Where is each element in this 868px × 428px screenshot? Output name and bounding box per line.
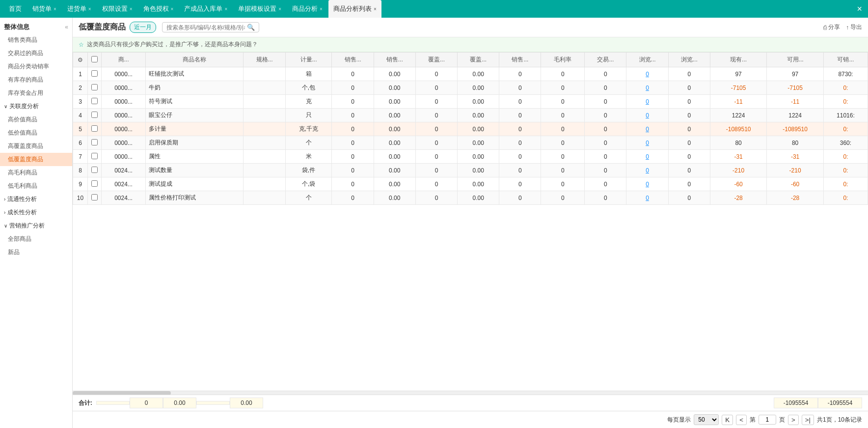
row-checkbox[interactable] (91, 98, 98, 104)
cell-checkbox[interactable] (88, 95, 102, 109)
nav-tab-product-analysis[interactable]: 商品分析 × (287, 0, 327, 18)
browse-link[interactable]: 0 (646, 181, 649, 188)
browse-link[interactable]: 0 (646, 153, 649, 160)
cell-browse1[interactable]: 0 (626, 81, 668, 95)
close-icon[interactable]: × (88, 6, 91, 12)
nav-tab-purchase[interactable]: 进货单 × (62, 0, 96, 18)
cell-current-stock: -31 (710, 150, 766, 164)
cell-browse1[interactable]: 0 (626, 136, 668, 150)
sidebar-item-in-stock[interactable]: 有库存的商品 (0, 73, 72, 86)
export-button[interactable]: ↑ 导出 (846, 23, 862, 31)
cell-code: 0000... (102, 150, 146, 164)
nav-tab-sales[interactable]: 销货单 × (27, 0, 61, 18)
nav-tab-production[interactable]: 产成品入库单 × (179, 0, 232, 18)
cell-available-stock: -31 (767, 150, 823, 164)
select-all-checkbox[interactable] (91, 56, 98, 62)
cell-checkbox[interactable] (88, 81, 102, 95)
close-icon[interactable]: × (224, 6, 227, 12)
column-current-stock: 现有... (710, 53, 766, 67)
next-page-button[interactable]: > (788, 415, 799, 425)
browse-link[interactable]: 0 (646, 98, 649, 105)
row-checkbox[interactable] (91, 180, 98, 187)
cell-current-stock: -210 (710, 164, 766, 177)
close-icon[interactable]: × (130, 6, 133, 12)
row-checkbox[interactable] (91, 112, 98, 118)
nav-tab-home[interactable]: 首页 (4, 0, 27, 18)
sidebar-item-high-coverage[interactable]: 高覆盖度商品 (0, 140, 72, 153)
row-checkbox[interactable] (91, 139, 98, 145)
close-all-button[interactable]: × (855, 2, 864, 16)
cell-checkbox[interactable] (88, 177, 102, 191)
nav-tab-roles[interactable]: 角色授权 × (138, 0, 179, 18)
cell-browse1[interactable]: 0 (626, 191, 668, 205)
sidebar-item-low-value[interactable]: 低价值商品 (0, 126, 72, 140)
close-icon[interactable]: × (320, 6, 323, 12)
sidebar-group-circulation[interactable]: › 流通性分析 (0, 193, 72, 206)
cell-checkbox[interactable] (88, 67, 102, 81)
sidebar-group-marketing[interactable]: ∨ 营销推广分析 (0, 219, 72, 232)
row-checkbox[interactable] (91, 84, 98, 90)
period-button[interactable]: 近一月 (130, 22, 156, 33)
row-checkbox[interactable] (91, 167, 98, 173)
sidebar-item-category-turnover[interactable]: 商品分类动销率 (0, 60, 72, 73)
cell-browse1[interactable]: 0 (626, 164, 668, 177)
horizontal-scrollbar[interactable] (73, 391, 868, 395)
browse-link[interactable]: 0 (646, 71, 649, 78)
cell-browse1[interactable]: 0 (626, 109, 668, 122)
share-button[interactable]: ⎙ 分享 (823, 23, 840, 31)
sidebar-item-low-margin[interactable]: 低毛利商品 (0, 179, 72, 193)
nav-tab-product-analysis-list[interactable]: 商品分析列表 × (328, 0, 381, 18)
cell-checkbox[interactable] (88, 136, 102, 150)
column-settings[interactable]: ⚙ (73, 53, 88, 67)
sidebar-group-association[interactable]: ∨ 关联度分析 (0, 100, 72, 113)
cell-checkbox[interactable] (88, 164, 102, 177)
sidebar-item-all-goods[interactable]: 全部商品 (0, 232, 72, 246)
sidebar-item-high-value[interactable]: 高价值商品 (0, 113, 72, 126)
close-icon[interactable]: × (54, 6, 56, 12)
first-page-button[interactable]: K (722, 415, 733, 425)
row-checkbox[interactable] (91, 153, 98, 159)
cell-checkbox[interactable] (88, 150, 102, 164)
cell-browse1[interactable]: 0 (626, 67, 668, 81)
current-page-input[interactable] (759, 415, 776, 425)
search-input[interactable] (166, 24, 245, 31)
last-page-button[interactable]: >| (802, 415, 814, 425)
close-icon[interactable]: × (278, 6, 281, 12)
sidebar-group-growth[interactable]: › 成长性分析 (0, 206, 72, 219)
browse-link[interactable]: 0 (646, 195, 649, 201)
browse-link[interactable]: 0 (646, 85, 649, 91)
cell-browse1[interactable]: 0 (626, 177, 668, 191)
search-icon[interactable]: 🔍 (247, 24, 255, 31)
column-coverage2: 覆盖... (458, 53, 499, 67)
sidebar-collapse-button[interactable]: « (65, 24, 68, 30)
row-checkbox[interactable] (91, 125, 98, 132)
sidebar-item-traded-goods[interactable]: 交易过的商品 (0, 47, 72, 60)
page-label: 第 (750, 416, 756, 424)
browse-link[interactable]: 0 (646, 126, 649, 133)
row-checkbox[interactable] (91, 194, 98, 200)
cell-browse1[interactable]: 0 (626, 122, 668, 136)
data-table-container[interactable]: ⚙ 商... 商品名称 规格... 计量... 销售... 销售... 覆盖..… (73, 52, 868, 391)
cell-checkbox[interactable] (88, 191, 102, 205)
prev-page-button[interactable]: < (736, 415, 747, 425)
cell-browse1[interactable]: 0 (626, 150, 668, 164)
sidebar-item-capital-occupy[interactable]: 库存资金占用 (0, 86, 72, 100)
browse-link[interactable]: 0 (646, 112, 649, 119)
row-checkbox[interactable] (91, 70, 98, 77)
nav-tab-permissions[interactable]: 权限设置 × (97, 0, 137, 18)
cell-checkbox[interactable] (88, 122, 102, 136)
nav-tab-template[interactable]: 单据模板设置 × (233, 0, 286, 18)
browse-link[interactable]: 0 (646, 167, 649, 174)
page-size-select[interactable]: 50 20 100 (694, 414, 719, 425)
sidebar-item-low-coverage[interactable]: 低覆盖度商品 (0, 153, 72, 166)
close-icon[interactable]: × (374, 6, 377, 12)
close-icon[interactable]: × (171, 6, 174, 12)
cell-checkbox[interactable] (88, 109, 102, 122)
cell-browse1[interactable]: 0 (626, 95, 668, 109)
sidebar-item-sales-goods[interactable]: 销售类商品 (0, 33, 72, 47)
sidebar-item-new-goods[interactable]: 新品 (0, 246, 72, 259)
browse-link[interactable]: 0 (646, 140, 649, 146)
cell-sales-amount: 0.00 (374, 81, 415, 95)
sidebar-item-high-margin[interactable]: 高毛利商品 (0, 166, 72, 179)
cell-sales-amount: 0.00 (374, 95, 415, 109)
